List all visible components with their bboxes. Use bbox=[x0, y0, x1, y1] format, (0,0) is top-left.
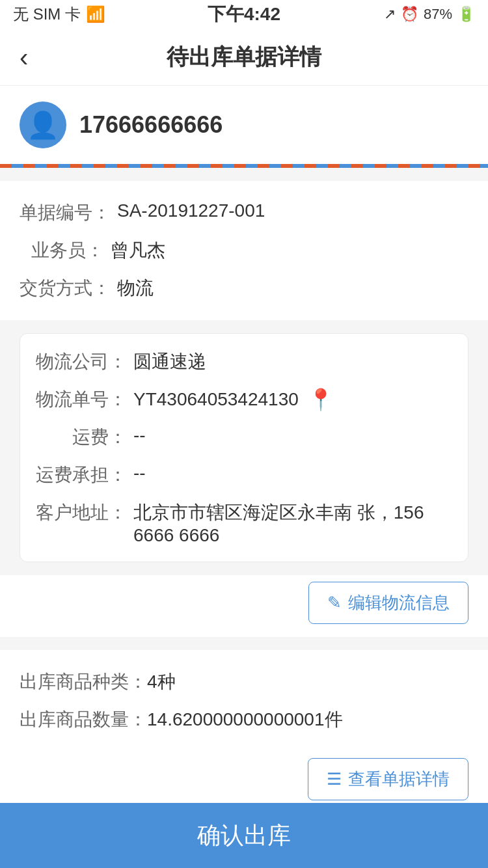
document-number-value: SA-20191227-001 bbox=[117, 200, 468, 221]
dashed-divider bbox=[0, 164, 488, 168]
logistics-company-value: 圆通速递 bbox=[133, 349, 452, 374]
salesperson-label: 业务员： bbox=[20, 238, 111, 263]
product-quantity-row: 出库商品数量： 14.620000000000001件 bbox=[20, 707, 468, 732]
salesperson-value: 曾凡杰 bbox=[111, 238, 468, 263]
list-icon: ☰ bbox=[327, 769, 342, 789]
logistics-address-value: 北京市市辖区海淀区永丰南 张，156 6666 6666 bbox=[133, 500, 452, 546]
nav-bar: ‹ 待出库单据详情 bbox=[0, 29, 488, 86]
product-type-row: 出库商品种类： 4种 bbox=[20, 670, 468, 694]
map-pin-icon[interactable]: 📍 bbox=[308, 387, 334, 412]
nav-title: 待出库单据详情 bbox=[167, 42, 321, 72]
logistics-tracking-row: 物流单号： YT43064053424130 📍 bbox=[36, 387, 452, 412]
delivery-value: 物流 bbox=[117, 276, 468, 301]
view-details-button[interactable]: ☰ 查看单据详情 bbox=[308, 758, 468, 800]
customer-phone: 17666666666 bbox=[79, 111, 223, 139]
logistics-address-row: 客户地址： 北京市市辖区海淀区永丰南 张，156 6666 6666 bbox=[36, 500, 452, 546]
edit-icon: ✎ bbox=[327, 593, 342, 613]
back-button[interactable]: ‹ bbox=[20, 44, 28, 70]
salesperson-row: 业务员： 曾凡杰 bbox=[20, 238, 468, 263]
product-section: 出库商品种类： 4种 出库商品数量： 14.620000000000001件 bbox=[0, 650, 488, 752]
avatar: 👤 bbox=[20, 102, 66, 148]
logistics-tracking-value: YT43064053424130 📍 bbox=[133, 387, 452, 412]
wifi-icon: 📶 bbox=[86, 5, 105, 23]
product-quantity-value: 14.620000000000001件 bbox=[147, 707, 343, 732]
document-info-section: 单据编号： SA-20191227-001 业务员： 曾凡杰 交货方式： 物流 bbox=[0, 181, 488, 320]
battery-label: 87% bbox=[424, 6, 452, 23]
document-number-label: 单据编号： bbox=[20, 200, 117, 225]
logistics-card: 物流公司： 圆通速递 物流单号： YT43064053424130 📍 运费： … bbox=[20, 333, 468, 562]
status-time: 下午4:42 bbox=[208, 2, 280, 27]
logistics-company-label: 物流公司： bbox=[36, 349, 133, 374]
edit-btn-container: ✎ 编辑物流信息 bbox=[0, 575, 488, 637]
logistics-address-label: 客户地址： bbox=[36, 500, 133, 525]
delivery-row: 交货方式： 物流 bbox=[20, 276, 468, 301]
delivery-label: 交货方式： bbox=[20, 276, 117, 301]
product-quantity-label: 出库商品数量： bbox=[20, 707, 147, 732]
product-type-label: 出库商品种类： bbox=[20, 670, 147, 694]
carrier-label: 无 SIM 卡 bbox=[13, 4, 81, 25]
battery-icon: 🔋 bbox=[457, 6, 475, 23]
edit-logistics-label: 编辑物流信息 bbox=[348, 591, 450, 614]
confirm-button[interactable]: 确认出库 bbox=[0, 803, 488, 868]
status-right: ↗ ⏰ 87% 🔋 bbox=[384, 6, 475, 23]
status-bar: 无 SIM 卡 📶 下午4:42 ↗ ⏰ 87% 🔋 bbox=[0, 0, 488, 29]
logistics-freight-bear-label: 运费承担： bbox=[36, 463, 133, 487]
view-details-label: 查看单据详情 bbox=[348, 768, 450, 791]
logistics-tracking-label: 物流单号： bbox=[36, 387, 133, 412]
customer-section: 👤 17666666666 bbox=[0, 86, 488, 164]
location-status-icon: ↗ bbox=[384, 6, 396, 23]
product-type-value: 4种 bbox=[147, 670, 176, 694]
logistics-company-row: 物流公司： 圆通速递 bbox=[36, 349, 452, 374]
logistics-freight-row: 运费： -- bbox=[36, 425, 452, 450]
alarm-icon: ⏰ bbox=[401, 6, 418, 23]
section-separator bbox=[0, 637, 488, 650]
status-left: 无 SIM 卡 📶 bbox=[13, 4, 105, 25]
logistics-freight-label: 运费： bbox=[36, 425, 133, 450]
tracking-number: YT43064053424130 bbox=[133, 389, 299, 410]
logistics-freight-value: -- bbox=[133, 425, 452, 446]
logistics-freight-bear-value: -- bbox=[133, 463, 452, 483]
logistics-freight-bear-row: 运费承担： -- bbox=[36, 463, 452, 487]
confirm-label: 确认出库 bbox=[197, 820, 291, 852]
document-number-row: 单据编号： SA-20191227-001 bbox=[20, 200, 468, 225]
edit-logistics-button[interactable]: ✎ 编辑物流信息 bbox=[308, 582, 468, 624]
user-icon: 👤 bbox=[27, 110, 59, 141]
